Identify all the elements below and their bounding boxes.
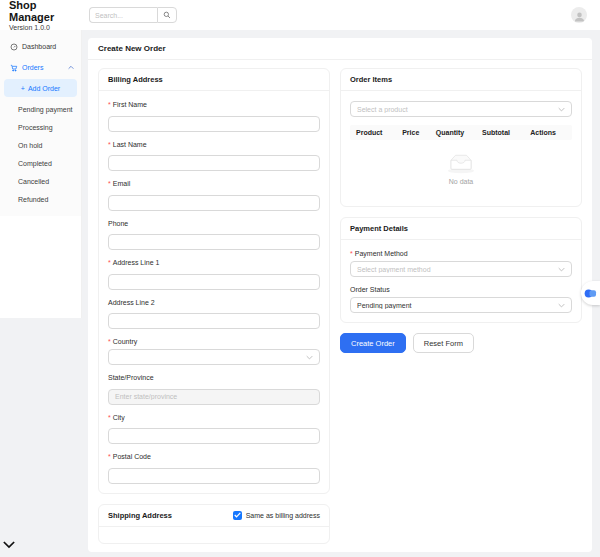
extension-icon — [584, 288, 597, 299]
order-status-value: Pending payment — [357, 302, 558, 309]
browser-extension-tab[interactable] — [581, 281, 600, 305]
sidebar-item-cancelled[interactable]: Cancelled — [0, 172, 81, 190]
scroll-down-chevron-icon[interactable] — [3, 535, 15, 553]
card-title: Payment Details — [350, 224, 408, 233]
postal-code-input[interactable] — [108, 468, 320, 484]
field-label: Address Line 2 — [108, 299, 155, 306]
product-select[interactable]: Select a product — [350, 101, 572, 117]
address-line-1-input[interactable] — [108, 274, 320, 290]
field-label: Last Name — [113, 141, 147, 148]
sidebar-item-completed[interactable]: Completed — [0, 154, 81, 172]
sidebar-item-orders[interactable]: Orders — [0, 57, 81, 78]
field-label: Address Line 1 — [113, 259, 160, 266]
checkbox-label: Same as billing address — [246, 512, 320, 519]
shipping-address-header: Shipping Address Same as billing address — [99, 505, 329, 527]
dashboard-icon — [10, 43, 18, 51]
cart-icon — [10, 64, 18, 72]
field-label: Country — [113, 338, 138, 345]
field-postal-code: *Postal Code — [108, 453, 320, 484]
search-bar — [89, 7, 177, 23]
card-title: Billing Address — [108, 75, 163, 84]
page-title: Create New Order — [98, 44, 166, 53]
create-order-panel: Create New Order Billing Address *First … — [88, 38, 592, 552]
sidebar-item-pending-payment[interactable]: Pending payment — [0, 100, 81, 118]
sidebar-item-label: Processing — [18, 124, 53, 131]
sidebar-item-on-hold[interactable]: On hold — [0, 136, 81, 154]
required-asterisk: * — [108, 180, 111, 187]
sidebar-item-dashboard[interactable]: Dashboard — [0, 36, 81, 57]
field-city: *City — [108, 414, 320, 445]
chevron-up-icon — [68, 65, 74, 70]
brand: Shop Manager Version 1.0.0 — [0, 0, 83, 31]
column-header-quantity: Quantity — [436, 129, 482, 136]
field-label: Postal Code — [113, 453, 151, 460]
sidebar-item-add-order[interactable]: + Add Order — [4, 79, 77, 97]
field-payment-method: *Payment Method Select payment method — [350, 250, 572, 277]
column-header-subtotal: Subtotal — [482, 129, 530, 136]
country-select[interactable] — [108, 349, 320, 365]
field-label: First Name — [113, 101, 147, 108]
field-country: *Country — [108, 338, 320, 365]
payment-method-select[interactable]: Select payment method — [350, 261, 572, 277]
field-label: Order Status — [350, 286, 390, 293]
required-asterisk: * — [108, 338, 111, 345]
order-status-select[interactable]: Pending payment — [350, 297, 572, 313]
field-last-name: *Last Name — [108, 141, 320, 172]
sidebar-item-label: Orders — [22, 64, 43, 71]
required-asterisk: * — [108, 453, 111, 460]
field-first-name: *First Name — [108, 101, 320, 132]
sidebar-item-label: On hold — [18, 142, 43, 149]
search-input[interactable] — [89, 7, 157, 23]
sidebar-item-label: Cancelled — [18, 178, 49, 185]
search-icon — [163, 11, 171, 19]
order-items-table-header: Product Price Quantity Subtotal Actions — [350, 125, 572, 140]
required-asterisk: * — [108, 259, 111, 266]
chevron-down-icon — [558, 107, 565, 112]
user-avatar[interactable] — [571, 7, 587, 23]
field-address-line-2: Address Line 2 — [108, 299, 320, 330]
user-icon — [573, 10, 586, 23]
order-items-card: Order Items Select a product Product Pri… — [340, 68, 582, 207]
reset-form-button[interactable]: Reset Form — [413, 333, 474, 353]
payment-method-placeholder: Select payment method — [357, 266, 558, 273]
shipping-address-card: Shipping Address Same as billing address — [98, 504, 330, 544]
field-phone: Phone — [108, 220, 320, 251]
field-email: *Email — [108, 180, 320, 211]
required-asterisk: * — [350, 250, 353, 257]
empty-inbox-icon — [445, 153, 477, 174]
app-version: Version 1.0.0 — [9, 24, 83, 31]
empty-text: No data — [449, 178, 474, 185]
product-select-placeholder: Select a product — [357, 106, 558, 113]
email-input[interactable] — [108, 195, 320, 211]
column-header-actions: Actions — [530, 129, 566, 136]
phone-input[interactable] — [108, 234, 320, 250]
billing-address-header: Billing Address — [99, 69, 329, 91]
sidebar-item-processing[interactable]: Processing — [0, 118, 81, 136]
last-name-input[interactable] — [108, 155, 320, 171]
city-input[interactable] — [108, 428, 320, 444]
field-label: City — [113, 414, 125, 421]
payment-details-card: Payment Details *Payment Method Select p… — [340, 217, 582, 323]
top-bar: Shop Manager Version 1.0.0 — [0, 0, 600, 30]
billing-address-card: Billing Address *First Name *Last Name *… — [98, 68, 330, 494]
payment-details-header: Payment Details — [341, 218, 581, 240]
card-title: Shipping Address — [108, 511, 172, 520]
required-asterisk: * — [108, 141, 111, 148]
empty-state: No data — [350, 140, 572, 197]
field-label: Payment Method — [355, 250, 408, 257]
sidebar-item-label: Pending payment — [18, 106, 72, 113]
sidebar-item-refunded[interactable]: Refunded — [0, 190, 81, 208]
search-button[interactable] — [157, 7, 177, 23]
sidebar-item-label: Add Order — [28, 85, 60, 92]
chevron-down-icon — [306, 355, 313, 360]
order-items-header: Order Items — [341, 69, 581, 91]
chevron-down-icon — [558, 303, 565, 308]
create-order-button[interactable]: Create Order — [340, 333, 406, 353]
address-line-2-input[interactable] — [108, 313, 320, 329]
first-name-input[interactable] — [108, 116, 320, 132]
sidebar: Dashboard Orders + Add Order Pending pay… — [0, 30, 82, 318]
app-title: Shop Manager — [9, 0, 83, 23]
sidebar-menu: Dashboard Orders + Add Order Pending pay… — [0, 30, 81, 216]
field-label: State/Province — [108, 374, 154, 381]
same-as-billing-checkbox[interactable]: Same as billing address — [233, 511, 320, 520]
